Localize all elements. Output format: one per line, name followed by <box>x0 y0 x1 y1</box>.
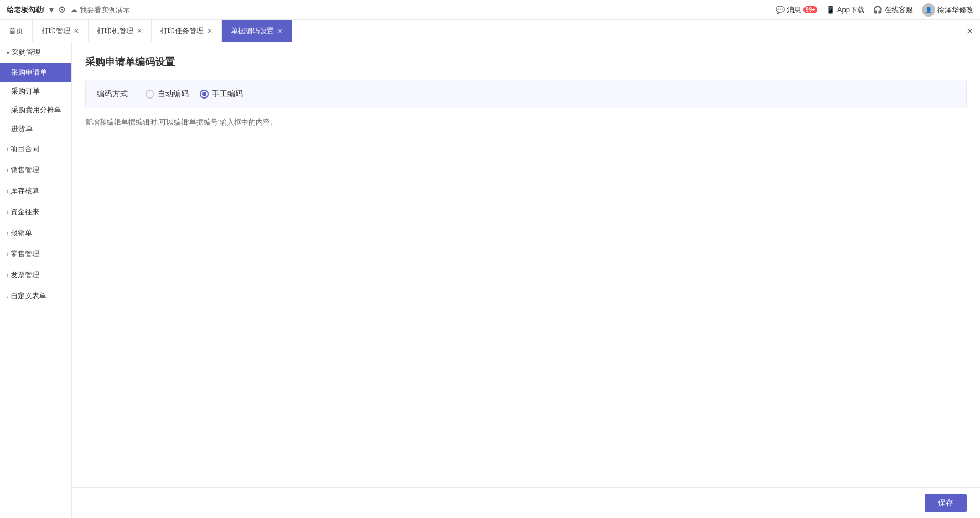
search-text: 我要看实例演示 <box>80 5 130 15</box>
sidebar-item-purchase-req-label: 采购申请单 <box>11 68 47 76</box>
sidebar-group-returns: › 报销单 <box>0 222 71 244</box>
sales-arrow-icon: › <box>7 167 8 173</box>
returns-arrow-icon: › <box>7 230 8 236</box>
sidebar-group-sales-label: 销售管理 <box>11 165 39 175</box>
tab-print-mgmt[interactable]: 打印管理 ✕ <box>33 20 89 42</box>
app-download-button[interactable]: 📱 App下载 <box>826 5 864 15</box>
tab-print-task-mgmt-close[interactable]: ✕ <box>207 27 212 35</box>
headset-icon: 🎧 <box>873 6 882 14</box>
top-bar: 给老板勾勒! ▾ ⚙ ☁ 我要看实例演示 💬 消息 99+ 📱 App下载 🎧 … <box>0 0 980 20</box>
message-icon: 💬 <box>776 6 785 14</box>
sidebar-group-returns-header[interactable]: › 报销单 <box>0 222 71 244</box>
top-bar-left: 给老板勾勒! ▾ ⚙ ☁ 我要看实例演示 <box>7 4 130 15</box>
sidebar-group-custom-forms: › 自定义表单 <box>0 286 71 307</box>
inventory-arrow-icon: › <box>7 188 8 194</box>
manual-coding-label: 手工编码 <box>212 89 243 99</box>
sidebar-group-retail-label: 零售管理 <box>11 249 39 259</box>
tab-printer-mgmt-close[interactable]: ✕ <box>137 27 142 35</box>
tab-print-mgmt-close[interactable]: ✕ <box>74 27 79 35</box>
sidebar-item-purchase-expense[interactable]: 采购费用分摊单 <box>0 101 71 120</box>
tab-doc-code-setting-close[interactable]: ✕ <box>277 27 283 35</box>
sidebar-group-invoice-header[interactable]: › 发票管理 <box>0 265 71 286</box>
search-area: ☁ 我要看实例演示 <box>70 5 130 15</box>
sidebar-item-purchase-stock[interactable]: 进货单 <box>0 120 71 138</box>
tab-doc-code-setting[interactable]: 单据编码设置 ✕ <box>222 20 292 42</box>
coding-method-section: 编码方式 自动编码 手工编码 <box>85 80 967 108</box>
sidebar-group-retail: › 零售管理 <box>0 244 71 265</box>
sidebar-group-inventory: › 库存核算 <box>0 180 71 201</box>
content-footer: 保存 <box>72 487 980 518</box>
user-profile[interactable]: 👤 徐泽华修改 <box>922 3 973 17</box>
tab-print-task-mgmt[interactable]: 打印任务管理 ✕ <box>152 20 222 42</box>
sidebar-item-purchase-order[interactable]: 采购订单 <box>0 82 71 101</box>
top-bar-right: 💬 消息 99+ 📱 App下载 🎧 在线客服 👤 徐泽华修改 <box>776 3 973 17</box>
message-button[interactable]: 💬 消息 99+ <box>776 5 817 15</box>
sidebar-group-retail-header[interactable]: › 零售管理 <box>0 244 71 265</box>
user-name: 徐泽华修改 <box>937 5 973 15</box>
sidebar-item-purchase-order-label: 采购订单 <box>11 87 40 95</box>
message-label: 消息 <box>787 5 801 15</box>
sidebar-item-purchase-req[interactable]: 采购申请单 <box>0 63 71 82</box>
project-contract-arrow-icon: › <box>7 146 8 152</box>
online-service-button[interactable]: 🎧 在线客服 <box>873 5 913 15</box>
sidebar-group-purchase: ▾ 采购管理 采购申请单 采购订单 采购费用分摊单 进货单 <box>0 42 71 138</box>
brand-name: 给老板勾勒! <box>7 5 45 15</box>
content-area: 采购申请单编码设置 编码方式 自动编码 手工编码 新增和编辑单据编辑时,可以编辑… <box>72 42 980 518</box>
retail-arrow-icon: › <box>7 251 8 257</box>
main-layout: ▾ 采购管理 采购申请单 采购订单 采购费用分摊单 进货单 › 项目合同 <box>0 42 980 518</box>
tab-home-label: 首页 <box>9 26 23 36</box>
phone-icon: 📱 <box>826 6 835 14</box>
sidebar-group-project-contract-label: 项目合同 <box>11 144 39 154</box>
sidebar-item-purchase-stock-label: 进货单 <box>11 125 33 133</box>
sidebar-group-purchase-label: 采购管理 <box>12 48 40 58</box>
tab-bar: 首页 打印管理 ✕ 打印机管理 ✕ 打印任务管理 ✕ 单据编码设置 ✕ ✕ <box>0 20 980 42</box>
tab-printer-mgmt[interactable]: 打印机管理 ✕ <box>89 20 152 42</box>
auto-coding-radio[interactable] <box>146 90 154 99</box>
info-text: 新增和编辑单据编辑时,可以编辑'单据编号'输入框中的内容。 <box>85 117 967 127</box>
sidebar: ▾ 采购管理 采购申请单 采购订单 采购费用分摊单 进货单 › 项目合同 <box>0 42 72 518</box>
sidebar-item-purchase-expense-label: 采购费用分摊单 <box>11 106 61 114</box>
sidebar-group-invoice-label: 发票管理 <box>11 270 39 280</box>
tab-printer-mgmt-label: 打印机管理 <box>97 26 133 36</box>
settings-button[interactable]: ⚙ <box>58 4 66 15</box>
sidebar-group-sales-header[interactable]: › 销售管理 <box>0 159 71 180</box>
sidebar-group-inventory-label: 库存核算 <box>11 186 39 196</box>
sidebar-group-funds-label: 资金往来 <box>11 207 39 217</box>
auto-coding-label: 自动编码 <box>158 89 189 99</box>
sidebar-group-custom-forms-header[interactable]: › 自定义表单 <box>0 286 71 307</box>
tab-bar-close-button[interactable]: ✕ <box>966 25 973 36</box>
sidebar-group-custom-forms-label: 自定义表单 <box>11 291 46 301</box>
message-badge: 99+ <box>803 6 817 13</box>
tab-print-mgmt-label: 打印管理 <box>42 26 70 36</box>
save-button[interactable]: 保存 <box>925 494 967 512</box>
dropdown-button[interactable]: ▾ <box>49 4 54 15</box>
sidebar-group-invoice: › 发票管理 <box>0 265 71 286</box>
custom-forms-arrow-icon: › <box>7 293 8 299</box>
sidebar-group-purchase-header[interactable]: ▾ 采购管理 <box>0 42 71 63</box>
cloud-icon: ☁ <box>70 6 77 14</box>
settings-icon: ⚙ <box>58 4 66 15</box>
user-avatar: 👤 <box>922 3 935 17</box>
content-main: 采购申请单编码设置 编码方式 自动编码 手工编码 新增和编辑单据编辑时,可以编辑… <box>72 42 980 487</box>
coding-method-label: 编码方式 <box>97 89 128 99</box>
coding-radio-group: 自动编码 手工编码 <box>146 89 243 99</box>
funds-arrow-icon: › <box>7 209 8 215</box>
dropdown-icon: ▾ <box>49 4 54 15</box>
sidebar-group-returns-label: 报销单 <box>11 228 32 238</box>
sidebar-group-funds-header[interactable]: › 资金往来 <box>0 201 71 222</box>
online-service-label: 在线客服 <box>884 5 913 15</box>
sidebar-group-funds: › 资金往来 <box>0 201 71 222</box>
sidebar-group-project-contract-header[interactable]: › 项目合同 <box>0 138 71 159</box>
manual-coding-radio[interactable] <box>200 90 209 99</box>
sidebar-group-project-contract: › 项目合同 <box>0 138 71 159</box>
auto-coding-option[interactable]: 自动编码 <box>146 89 189 99</box>
sidebar-group-sales: › 销售管理 <box>0 159 71 180</box>
tab-home[interactable]: 首页 <box>0 20 33 42</box>
tab-print-task-mgmt-label: 打印任务管理 <box>160 26 204 36</box>
sidebar-group-inventory-header[interactable]: › 库存核算 <box>0 180 71 201</box>
app-download-label: App下载 <box>837 5 864 15</box>
invoice-arrow-icon: › <box>7 272 8 278</box>
purchase-arrow-icon: ▾ <box>7 50 9 56</box>
tab-doc-code-setting-label: 单据编码设置 <box>231 26 274 36</box>
manual-coding-option[interactable]: 手工编码 <box>200 89 243 99</box>
